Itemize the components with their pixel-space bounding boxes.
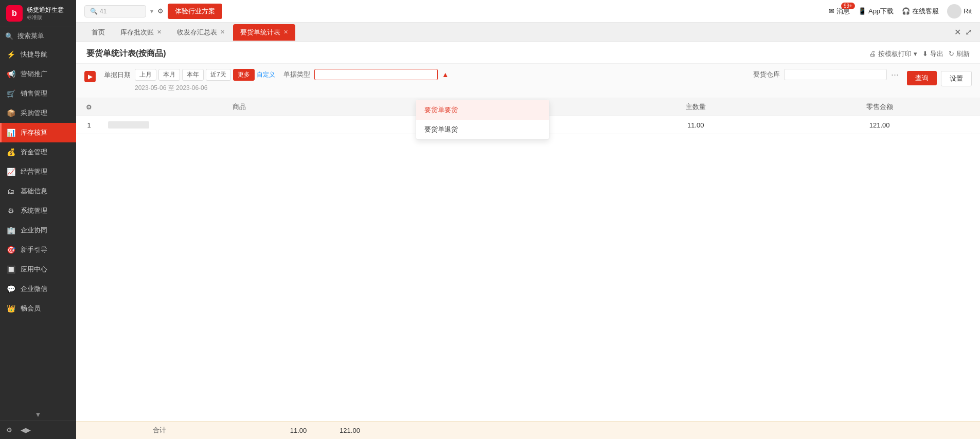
sidebar-item-label: 新手引导 (21, 245, 47, 254)
type-chevron-up-icon[interactable]: ▲ (442, 70, 449, 79)
message-icon: ✉ (829, 7, 834, 15)
custom-date-link[interactable]: 自定义 (257, 70, 275, 79)
print-label: 按模板打印 (878, 49, 912, 59)
sidebar-item-label: 营销推广 (21, 69, 47, 79)
sidebar-item-inventory[interactable]: 📊 库存核算 (0, 123, 76, 142)
table-footer: 合计 11.00 121.00 (76, 421, 980, 439)
export-btn[interactable]: ⬇ 导出 (922, 49, 943, 59)
messages-badge: 99+ (841, 3, 855, 9)
messages-btn[interactable]: ✉ 消息 99+ (829, 7, 850, 16)
footer-label: 合计 (108, 426, 211, 435)
avatar-image (947, 4, 961, 19)
tab-label: 收发存汇总表 (177, 28, 217, 37)
tab-expand-icon[interactable]: ⤢ (965, 27, 972, 37)
th-product: 商品 (102, 98, 377, 116)
type-input[interactable] (314, 69, 438, 80)
topbar-left: 🔍 41 ▾ ⚙ 体验行业方案 (84, 4, 823, 19)
sidebar-item-quick-nav[interactable]: ⚡ 快捷导航 (0, 45, 76, 64)
sidebar-item-appstore[interactable]: 🔲 应用中心 (0, 260, 76, 279)
page-actions: 🖨 按模板打印 ▾ ⬇ 导出 ↻ 刷新 (869, 49, 970, 59)
tabbar-actions: ✕ ⤢ (954, 27, 972, 37)
user-avatar[interactable]: Rit (947, 4, 972, 19)
collapse-icon[interactable]: ◀▶ (21, 426, 31, 434)
topbar-chevron-icon[interactable]: ▾ (150, 8, 153, 15)
dropdown-item-0[interactable]: 要货单要货 (416, 100, 549, 120)
app-download-btn[interactable]: 📱 App下载 (858, 7, 894, 16)
shortcut-last-7-days[interactable]: 近7天 (206, 69, 231, 81)
page-title: 要货单统计表(按商品) (86, 48, 166, 59)
query-btn[interactable]: 查询 (907, 71, 937, 85)
search-icon: 🔍 (90, 8, 98, 15)
warehouse-label: 要货仓库 (753, 70, 780, 79)
date-filter-row: 单据日期 上月 本月 本年 近7天 更多 自定义 (104, 69, 275, 81)
sidebar-item-vip[interactable]: 👑 畅会员 (0, 299, 76, 318)
shortcut-last-month[interactable]: 上月 (135, 69, 156, 81)
sidebar-item-enterprise[interactable]: 🏢 企业协同 (0, 221, 76, 240)
sidebar-item-system[interactable]: ⚙ 系统管理 (0, 201, 76, 221)
industry-btn[interactable]: 体验行业方案 (168, 4, 222, 19)
sidebar-item-wechat[interactable]: 💬 企业微信 (0, 279, 76, 299)
warehouse-filter: 要货仓库 ··· (753, 69, 899, 80)
sidebar-item-basics[interactable]: 🗂 基础信息 (0, 181, 76, 201)
basics-icon: 🗂 (6, 187, 15, 195)
sidebar-item-operations[interactable]: 📈 经营管理 (0, 162, 76, 181)
app-name: 畅捷通好生意 (27, 6, 64, 14)
warehouse-more-icon[interactable]: ··· (891, 69, 899, 80)
footer-amount: 121.00 (324, 427, 376, 434)
sidebar-item-guide[interactable]: 🎯 新手引导 (0, 240, 76, 260)
refresh-btn[interactable]: ↻ 刷新 (949, 49, 970, 59)
print-icon: 🖨 (869, 50, 876, 58)
print-btn[interactable]: 🖨 按模板打印 ▾ (869, 49, 917, 59)
dropdown-item-1[interactable]: 要货单退货 (416, 120, 549, 139)
vip-icon: 👑 (6, 304, 15, 313)
online-service-label: 在线客服 (912, 7, 939, 16)
online-service-btn[interactable]: 🎧 在线客服 (902, 7, 939, 16)
table-container: ⚙ 商品 主计量单位 主数量 零售金额 1 (76, 98, 980, 421)
tab-order-summary[interactable]: 要货单统计表 ✕ (233, 24, 295, 41)
sidebar-item-label: 资金管理 (21, 148, 47, 157)
product-name-placeholder (108, 121, 149, 129)
sidebar-item-sales[interactable]: 🛒 销售管理 (0, 84, 76, 103)
user-name: Rit (964, 7, 972, 15)
topbar-search[interactable]: 🔍 41 (84, 5, 146, 17)
tab-close-all-icon[interactable]: ✕ (954, 27, 961, 37)
tab-close-icon[interactable]: ✕ (220, 29, 225, 35)
topbar-settings-icon[interactable]: ⚙ (157, 7, 164, 15)
sidebar-scroll-down[interactable]: ▼ (0, 409, 76, 420)
dropdown-item-label: 要货单退货 (424, 125, 458, 133)
shortcut-more[interactable]: 更多 (233, 69, 255, 81)
sidebar-footer: ⚙ ◀▶ (0, 420, 76, 439)
settings-icon[interactable]: ⚙ (6, 426, 12, 434)
sidebar-item-label: 经营管理 (21, 167, 47, 176)
finance-icon: 💰 (6, 148, 15, 156)
tab-label: 要货单统计表 (240, 28, 280, 37)
tab-close-icon[interactable]: ✕ (283, 29, 288, 35)
page-content: 要货单统计表(按商品) 🖨 按模板打印 ▾ ⬇ 导出 ↻ 刷新 ▶ (76, 42, 980, 439)
row-quantity: 11.00 (612, 116, 779, 134)
app-sub: 标准版 (27, 14, 64, 21)
sidebar-item-finance[interactable]: 💰 资金管理 (0, 142, 76, 162)
type-filter-group: 单据类型 ▲ (283, 69, 449, 80)
filter-expand-btn[interactable]: ▶ (84, 71, 96, 82)
shortcut-this-month[interactable]: 本月 (158, 69, 180, 81)
guide-icon: 🎯 (6, 246, 15, 254)
shortcut-this-year[interactable]: 本年 (182, 69, 204, 81)
wechat-icon: 💬 (6, 285, 15, 293)
row-product (102, 116, 377, 134)
type-label: 单据类型 (283, 70, 310, 79)
tab-inventory-batch[interactable]: 库存批次账 ✕ (113, 24, 169, 41)
sidebar: b 畅捷通好生意 标准版 🔍 搜索菜单 ⚡ 快捷导航 📢 营销推广 🛒 销售管理… (0, 0, 76, 439)
settings-btn[interactable]: 设置 (941, 71, 972, 86)
warehouse-input[interactable] (784, 69, 887, 80)
sidebar-item-purchase[interactable]: 📦 采购管理 (0, 103, 76, 123)
row-amount: 121.00 (779, 116, 980, 134)
tab-recv-summary[interactable]: 收发存汇总表 ✕ (170, 24, 232, 41)
th-settings[interactable]: ⚙ (76, 98, 102, 116)
date-shortcuts: 上月 本月 本年 近7天 更多 自定义 (135, 69, 275, 81)
purchase-icon: 📦 (6, 109, 15, 117)
search-menu[interactable]: 🔍 搜索菜单 (0, 27, 76, 45)
sidebar-item-marketing[interactable]: 📢 营销推广 (0, 64, 76, 84)
tab-close-icon[interactable]: ✕ (157, 29, 162, 35)
search-menu-label: 搜索菜单 (17, 31, 44, 41)
tab-home[interactable]: 首页 (84, 24, 112, 41)
